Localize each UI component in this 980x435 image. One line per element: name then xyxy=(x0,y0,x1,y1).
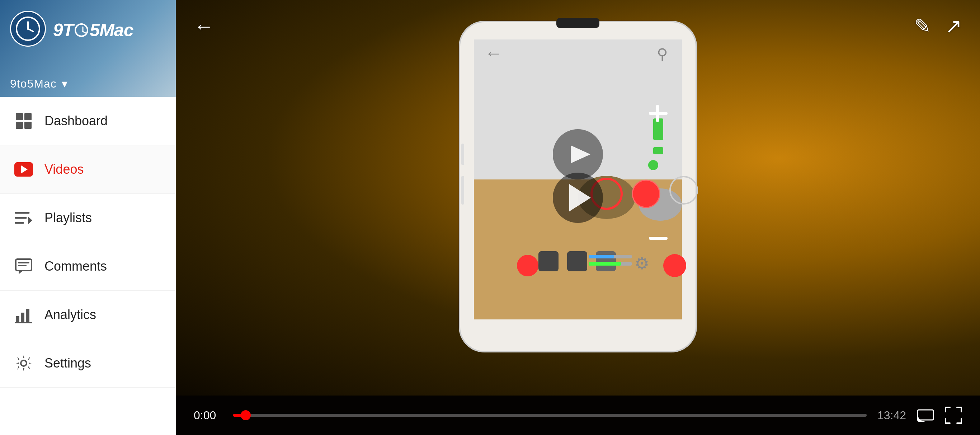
svg-rect-19 xyxy=(21,312,24,323)
svg-line-5 xyxy=(83,32,86,33)
play-triangle-icon xyxy=(569,184,591,211)
top-bar: ← ✎ ↗ xyxy=(176,14,980,38)
svg-rect-8 xyxy=(16,122,23,129)
svg-rect-6 xyxy=(16,113,23,120)
analytics-icon xyxy=(14,306,33,324)
analytics-label: Analytics xyxy=(45,307,96,322)
sidebar-item-analytics[interactable]: Analytics xyxy=(0,291,176,339)
svg-rect-33 xyxy=(538,251,558,271)
videos-label: Videos xyxy=(45,162,84,177)
svg-rect-37 xyxy=(653,147,663,155)
svg-text:⚲: ⚲ xyxy=(657,46,668,62)
svg-rect-43 xyxy=(461,143,464,165)
comments-label: Comments xyxy=(45,259,107,274)
svg-rect-20 xyxy=(26,309,29,323)
svg-point-32 xyxy=(663,254,686,277)
svg-marker-13 xyxy=(28,217,32,224)
svg-point-22 xyxy=(21,360,27,366)
channel-header: 9T 5Mac 9to5Mac ▾ xyxy=(0,0,176,97)
svg-rect-9 xyxy=(24,122,32,129)
progress-bar[interactable] xyxy=(233,414,867,417)
dropdown-icon[interactable]: ▾ xyxy=(62,77,67,91)
svg-point-31 xyxy=(517,255,538,276)
share-button[interactable]: ↗ xyxy=(945,14,962,38)
logo-5mac: 5Mac xyxy=(90,20,133,41)
svg-rect-41 xyxy=(649,237,668,240)
svg-rect-7 xyxy=(24,113,32,120)
videos-icon xyxy=(14,160,33,179)
dashboard-label: Dashboard xyxy=(45,113,108,129)
sidebar-item-videos[interactable]: Videos xyxy=(0,145,176,194)
back-button[interactable]: ← xyxy=(194,14,214,38)
sidebar-item-dashboard[interactable]: Dashboard xyxy=(0,97,176,145)
comments-icon xyxy=(14,257,33,276)
svg-rect-40 xyxy=(656,105,659,122)
sidebar-item-settings[interactable]: Settings xyxy=(0,339,176,388)
svg-rect-49 xyxy=(589,255,614,258)
channel-logo xyxy=(10,11,46,47)
playlists-label: Playlists xyxy=(45,210,92,225)
play-button[interactable] xyxy=(553,173,603,223)
svg-rect-18 xyxy=(16,316,19,323)
channel-name-row: 9to5Mac ▾ xyxy=(10,77,186,91)
clock-icon xyxy=(16,16,41,41)
cast-button[interactable] xyxy=(917,408,934,422)
settings-icon xyxy=(14,354,33,373)
svg-point-38 xyxy=(648,160,658,170)
logo-o-clock xyxy=(75,23,88,37)
channel-name: 9to5Mac xyxy=(10,77,57,91)
svg-text:⚙: ⚙ xyxy=(635,254,649,273)
svg-text:←: ← xyxy=(485,43,503,63)
svg-rect-51 xyxy=(589,262,621,266)
playlists-icon xyxy=(14,209,33,227)
progress-thumb xyxy=(241,410,251,420)
video-panel: ← ✎ ↗ xyxy=(176,0,980,435)
top-icons-right: ✎ ↗ xyxy=(914,14,962,38)
sidebar: 9T 5Mac 9to5Mac ▾ xyxy=(0,0,176,435)
svg-point-3 xyxy=(27,28,29,30)
edit-button[interactable]: ✎ xyxy=(914,14,931,38)
time-current: 0:00 xyxy=(194,409,223,422)
sidebar-item-comments[interactable]: Comments xyxy=(0,242,176,291)
time-total: 13:42 xyxy=(877,409,906,422)
sidebar-item-playlists[interactable]: Playlists xyxy=(0,194,176,242)
svg-point-29 xyxy=(632,180,660,207)
controls-bar: 0:00 13:42 xyxy=(176,395,980,435)
sidebar-nav: Dashboard Videos Playlists xyxy=(0,97,176,435)
svg-rect-55 xyxy=(918,410,933,420)
svg-rect-34 xyxy=(567,251,587,271)
settings-label: Settings xyxy=(45,356,91,371)
svg-rect-44 xyxy=(461,176,464,205)
progress-fill xyxy=(233,414,246,417)
logo-9: 9T xyxy=(53,20,73,41)
video-area[interactable]: ← ✎ ↗ xyxy=(176,0,980,395)
dashboard-icon xyxy=(14,112,33,130)
fullscreen-button[interactable] xyxy=(945,406,962,424)
svg-rect-35 xyxy=(596,251,616,271)
